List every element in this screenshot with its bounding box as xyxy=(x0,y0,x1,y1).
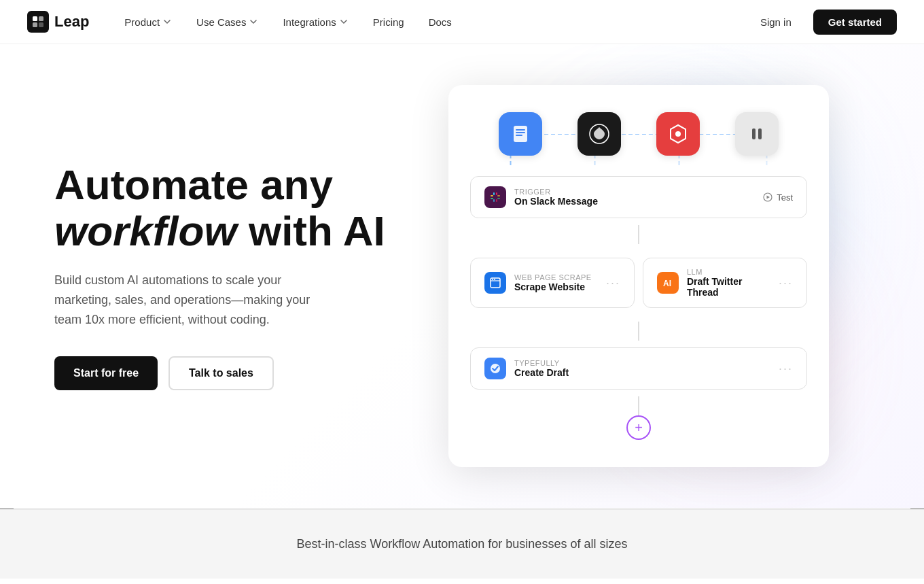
left-divider-line xyxy=(0,508,14,509)
llm-name: Draft Twitter Thread xyxy=(687,276,770,298)
connector-line-2 xyxy=(638,322,639,341)
pause-icon-box xyxy=(735,112,779,156)
svg-rect-3 xyxy=(33,22,37,27)
nav-item-usecases[interactable]: Use Cases xyxy=(185,11,269,33)
nav-item-product[interactable]: Product xyxy=(113,11,183,33)
scrape-menu[interactable]: ··· xyxy=(606,276,620,290)
nav-item-pricing[interactable]: Pricing xyxy=(362,11,415,33)
test-button[interactable]: Test xyxy=(763,192,793,203)
typefully-name: Create Draft xyxy=(514,367,770,378)
svg-marker-30 xyxy=(767,196,770,199)
docs-icon-box xyxy=(499,112,542,156)
hexagon-icon xyxy=(667,122,690,145)
svg-rect-1 xyxy=(33,16,37,21)
trigger-name: On Slack Message xyxy=(514,196,755,207)
svg-rect-6 xyxy=(516,129,525,131)
hero-headline: Automate anyworkflow with AI xyxy=(54,162,408,254)
svg-rect-5 xyxy=(514,126,527,142)
connector-line-1 xyxy=(638,225,639,244)
navigation: Leap Product Use Cases Integrations Pric… xyxy=(0,0,924,44)
svg-rect-22 xyxy=(491,198,493,199)
scrape-icon-box xyxy=(484,272,506,294)
svg-rect-7 xyxy=(516,132,525,133)
svg-rect-8 xyxy=(516,135,522,136)
llm-step: AI LLM Draft Twitter Thread ··· xyxy=(643,258,807,308)
workflow-top-icons xyxy=(470,112,807,156)
hexagon-icon-box xyxy=(656,112,700,156)
svg-rect-0 xyxy=(27,11,49,33)
llm-icon-box: AI xyxy=(657,272,679,294)
hero-section: Automate anyworkflow with AI Build custo… xyxy=(0,44,924,508)
openai-icon-box xyxy=(578,112,621,156)
typefully-menu[interactable]: ··· xyxy=(779,362,793,376)
svg-rect-2 xyxy=(39,16,43,21)
chevron-down-icon xyxy=(162,17,172,27)
scrape-step: Web Page Scrape Scrape Website ··· xyxy=(470,258,635,308)
svg-rect-12 xyxy=(752,128,756,139)
trigger-step-info: Trigger On Slack Message xyxy=(514,188,755,207)
hero-left: Automate anyworkflow with AI Build custo… xyxy=(54,162,408,391)
hero-subtitle: Build custom AI automations to scale you… xyxy=(54,271,340,329)
svg-rect-26 xyxy=(497,198,500,199)
talk-to-sales-button[interactable]: Talk to sales xyxy=(168,356,274,390)
nav-item-integrations[interactable]: Integrations xyxy=(272,11,359,33)
svg-rect-28 xyxy=(496,199,497,202)
openai-icon xyxy=(587,122,611,146)
scrape-step-info: Web Page Scrape Scrape Website xyxy=(514,273,598,292)
trigger-label: Trigger xyxy=(514,188,755,196)
logo-text: Leap xyxy=(54,13,89,31)
logo-icon xyxy=(27,11,49,33)
svg-rect-23 xyxy=(493,192,495,195)
typefully-step-info: Typefully Create Draft xyxy=(514,359,770,378)
llm-label: LLM xyxy=(687,268,770,276)
svg-rect-24 xyxy=(496,192,497,195)
svg-point-11 xyxy=(675,131,681,137)
svg-rect-27 xyxy=(493,199,495,202)
start-free-button[interactable]: Start for free xyxy=(54,356,158,390)
signin-button[interactable]: Sign in xyxy=(747,11,805,33)
trigger-step: Trigger On Slack Message Test xyxy=(470,176,807,218)
webpage-icon xyxy=(489,277,501,289)
llm-menu[interactable]: ··· xyxy=(779,276,793,290)
svg-point-33 xyxy=(492,279,493,280)
bottom-text: Best-in-class Workflow Automation for bu… xyxy=(54,537,870,551)
pause-icon xyxy=(747,124,766,143)
docs-icon xyxy=(510,123,531,145)
nav-links: Product Use Cases Integrations Pricing D… xyxy=(113,11,463,33)
scrape-name: Scrape Website xyxy=(514,281,598,292)
logo[interactable]: Leap xyxy=(27,11,89,33)
two-col-steps: Web Page Scrape Scrape Website ··· AI LL… xyxy=(470,251,807,315)
add-step-button[interactable]: + xyxy=(626,415,651,440)
ai-icon: AI xyxy=(662,277,674,289)
divider-line xyxy=(0,508,924,509)
getstarted-button[interactable]: Get started xyxy=(813,10,897,35)
svg-point-34 xyxy=(494,279,495,280)
svg-rect-4 xyxy=(39,22,43,27)
typefully-step: Typefully Create Draft ··· xyxy=(470,347,807,390)
typefully-label: Typefully xyxy=(514,359,770,367)
slack-icon xyxy=(488,190,502,204)
nav-left: Leap Product Use Cases Integrations Pric… xyxy=(27,11,463,33)
llm-step-info: LLM Draft Twitter Thread xyxy=(687,268,770,298)
svg-text:AI: AI xyxy=(663,279,671,288)
scrape-label: Web Page Scrape xyxy=(514,273,598,281)
nav-right: Sign in Get started xyxy=(747,10,897,35)
typefully-icon xyxy=(489,362,501,375)
svg-rect-21 xyxy=(491,195,493,196)
typefully-icon-box xyxy=(484,358,506,379)
connector-line-3 xyxy=(638,396,639,415)
hero-buttons: Start for free Talk to sales xyxy=(54,356,408,390)
svg-rect-13 xyxy=(758,128,762,139)
workflow-card: Trigger On Slack Message Test xyxy=(448,85,829,467)
hero-right: Trigger On Slack Message Test xyxy=(408,85,870,467)
chevron-down-icon xyxy=(339,17,349,27)
chevron-down-icon xyxy=(249,17,258,27)
nav-item-docs[interactable]: Docs xyxy=(418,11,463,33)
play-icon xyxy=(763,192,772,202)
svg-rect-25 xyxy=(497,195,500,196)
right-divider-line xyxy=(910,508,924,509)
slack-icon-box xyxy=(484,186,506,208)
bottom-section: Best-in-class Workflow Automation for bu… xyxy=(0,509,924,579)
